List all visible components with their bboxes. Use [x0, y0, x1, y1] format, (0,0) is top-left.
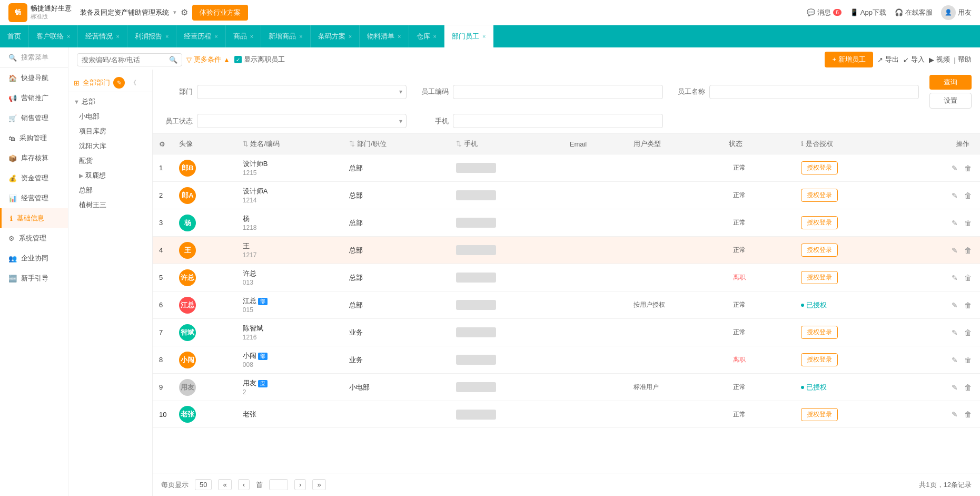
col-name-code[interactable]: ⇅ 姓名/编码 [236, 134, 343, 154]
sidebar-item-sales[interactable]: 🛒 销售管理 [0, 108, 68, 128]
auth-login-button[interactable]: 授权登录 [801, 353, 838, 366]
delete-button[interactable]: 🗑 [962, 409, 974, 420]
tab-history[interactable]: 经营历程 × [176, 25, 225, 47]
edit-button[interactable]: ✎ [949, 245, 960, 256]
sidebar-item-finance[interactable]: 💰 资金管理 [0, 168, 68, 188]
close-icon[interactable]: × [349, 33, 352, 40]
app-download-action[interactable]: 📱 App下载 [850, 8, 886, 17]
col-phone[interactable]: ⇅ 手机 [450, 134, 563, 154]
edit-button[interactable]: ✎ [949, 218, 960, 228]
dept-item-zhishu[interactable]: 植树王三 [68, 198, 152, 212]
tab-warehouse[interactable]: 仓库 × [409, 25, 444, 47]
col-settings[interactable]: ⚙ [153, 134, 173, 154]
auth-login-button[interactable]: 授权登录 [801, 271, 838, 284]
prev-page-button[interactable]: ‹ [238, 479, 250, 490]
settings-icon[interactable]: ⚙ [159, 140, 165, 148]
trial-button[interactable]: 体验行业方案 [192, 5, 248, 21]
show-inactive-checkbox-area[interactable]: ✓ 显示离职员工 [234, 55, 285, 64]
dept-item-xiangmu[interactable]: 项目库房 [68, 124, 152, 139]
delete-button[interactable]: 🗑 [962, 218, 974, 228]
dept-item-zongbu[interactable]: 总部 [68, 183, 152, 198]
edit-button[interactable]: ✎ [949, 190, 960, 201]
page-size-value[interactable]: 50 [195, 479, 212, 490]
close-icon[interactable]: × [433, 33, 437, 40]
view-button[interactable]: ▶ 视频 [929, 55, 950, 64]
close-icon[interactable]: × [214, 33, 217, 40]
edit-button[interactable]: ✎ [949, 382, 960, 393]
auth-login-button[interactable]: 授权登录 [801, 408, 838, 421]
auth-login-button[interactable]: 授权登录 [801, 189, 838, 202]
user-action[interactable]: 👤 用友 [941, 5, 972, 20]
delete-button[interactable]: 🗑 [962, 300, 974, 310]
edit-button[interactable]: ✎ [949, 300, 960, 310]
edit-button[interactable]: ✎ [949, 327, 960, 338]
filter-empcode-input[interactable] [453, 85, 662, 99]
tab-goods[interactable]: 商品 × [226, 25, 261, 47]
dept-item-peihuo[interactable]: 配货 [68, 153, 152, 168]
auth-login-button[interactable]: 授权登录 [801, 161, 838, 174]
edit-button[interactable]: ✎ [949, 409, 960, 420]
delete-button[interactable]: 🗑 [962, 163, 974, 173]
sidebar-item-marketing[interactable]: 📢 营销推广 [0, 88, 68, 108]
show-inactive-checkbox[interactable]: ✓ [234, 56, 242, 63]
tab-profit[interactable]: 利润报告 × [127, 25, 176, 47]
tab-new-goods[interactable]: 新增商品 × [261, 25, 310, 47]
tab-dept-employee[interactable]: 部门员工 × [444, 25, 493, 47]
sidebar-item-collab[interactable]: 👥 企业协同 [0, 248, 68, 268]
delete-button[interactable]: 🗑 [962, 273, 974, 283]
sidebar-item-management[interactable]: 📊 经营管理 [0, 188, 68, 208]
tab-bom[interactable]: 物料清单 × [360, 25, 409, 47]
tab-barcode[interactable]: 条码方案 × [311, 25, 360, 47]
auth-login-button[interactable]: 授权登录 [801, 216, 838, 229]
filter-empname-input[interactable] [709, 85, 919, 99]
sidebar-search[interactable]: 🔍 搜索菜单 [0, 47, 68, 68]
gear-button[interactable]: ⚙ [181, 7, 188, 17]
close-icon[interactable]: × [299, 33, 302, 40]
system-title-dropdown[interactable]: ▾ [173, 9, 176, 16]
tab-customer[interactable]: 客户联络 × [29, 25, 78, 47]
sidebar-item-guide[interactable]: 🆕 新手引导 [0, 268, 68, 288]
online-service-action[interactable]: 🎧 在线客服 [895, 8, 933, 17]
search-icon[interactable]: 🔍 [169, 56, 177, 64]
auth-login-button[interactable]: 授权登录 [801, 244, 838, 257]
delete-button[interactable]: 🗑 [962, 245, 974, 256]
auth-login-button[interactable]: 授权登录 [801, 326, 838, 339]
page-number-input[interactable]: 1 [269, 479, 288, 490]
reset-button[interactable]: 设置 [929, 93, 972, 109]
edit-button[interactable]: ✎ [949, 355, 960, 365]
close-icon[interactable]: × [398, 33, 401, 40]
tab-operation[interactable]: 经营情况 × [78, 25, 127, 47]
dept-collapse-button[interactable]: 《 [128, 77, 138, 88]
more-conditions-button[interactable]: ▽ 更多条件 ▲ [186, 55, 230, 64]
sidebar-item-purchase[interactable]: 🛍 采购管理 [0, 128, 68, 148]
delete-button[interactable]: 🗑 [962, 327, 974, 338]
export-button[interactable]: ↗ 导出 [877, 55, 899, 64]
add-employee-button[interactable]: + 新增员工 [825, 52, 873, 67]
col-dept-position[interactable]: ⇅ 部门/职位 [343, 134, 450, 154]
edit-button[interactable]: ✎ [949, 273, 960, 283]
dept-item-zongbu-root[interactable]: ▼ 总部 [68, 94, 152, 109]
edit-button[interactable]: ✎ [949, 163, 960, 173]
sidebar-item-inventory[interactable]: 📦 库存核算 [0, 148, 68, 168]
dept-edit-button[interactable]: ✎ [113, 77, 125, 89]
next-page-button[interactable]: › [294, 479, 306, 490]
first-page-button[interactable]: « [218, 479, 231, 490]
last-page-button[interactable]: » [312, 479, 325, 490]
delete-button[interactable]: 🗑 [962, 190, 974, 201]
close-icon[interactable]: × [250, 33, 253, 40]
sidebar-item-basic[interactable]: ℹ 基础信息 [0, 208, 68, 228]
dept-item-xiaodianbu[interactable]: 小电部 [68, 109, 152, 124]
filter-dept-select[interactable] [197, 85, 407, 99]
tab-home[interactable]: 首页 [0, 25, 29, 47]
sidebar-item-system[interactable]: ⚙ 系统管理 [0, 228, 68, 248]
import-button[interactable]: ↙ 导入 [903, 55, 925, 64]
dept-item-shuanglu[interactable]: ▶ 双鹿想 [68, 168, 152, 183]
dept-item-shenyang[interactable]: 沈阳大库 [68, 139, 152, 153]
query-button[interactable]: 查询 [929, 75, 972, 90]
close-icon[interactable]: × [67, 33, 70, 40]
delete-button[interactable]: 🗑 [962, 355, 974, 365]
delete-button[interactable]: 🗑 [962, 382, 974, 393]
message-action[interactable]: 💬 消息 6 [807, 8, 842, 17]
close-icon[interactable]: × [116, 33, 119, 40]
close-icon[interactable]: × [165, 33, 169, 40]
